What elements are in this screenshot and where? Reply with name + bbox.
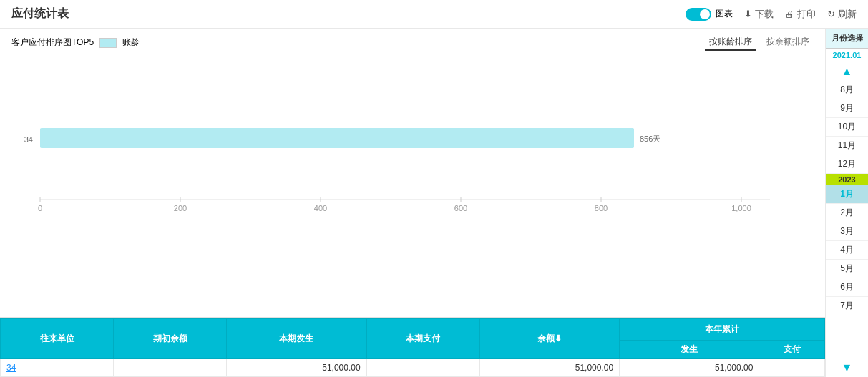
sidebar-month-list: 8月 9月 10月 11月 12月 2023 1月 2月 3月 4月 5月 6月… xyxy=(826,81,868,358)
chart-canvas: 34 856天 0 200 400 600 800 1,000 xyxy=(11,57,814,243)
sidebar-month-11[interactable]: 11月 xyxy=(826,137,868,155)
cell-current-occur: 51,000.00 xyxy=(227,359,366,377)
chart-toggle-container[interactable]: 图表 xyxy=(686,8,733,21)
svg-text:800: 800 xyxy=(595,204,608,212)
col-supplier-header: 往来单位 xyxy=(1,319,114,359)
sidebar-month-5[interactable]: 5月 xyxy=(826,260,868,278)
sidebar-month-4[interactable]: 4月 xyxy=(826,241,868,260)
page-title: 应付统计表 xyxy=(11,6,69,21)
chart-sort: 按账龄排序 按余额排序 xyxy=(705,34,814,51)
sidebar-month-3[interactable]: 3月 xyxy=(826,222,868,241)
sidebar-down-button[interactable]: ▼ xyxy=(826,358,868,377)
data-table: 往来单位 期初余额 本期发生 本期支付 余额⬇ 本年累计 发生 支付 xyxy=(0,318,825,377)
sidebar-month-1[interactable]: 1月 xyxy=(826,185,868,204)
table-row: 34 51,000.00 51,000.00 51,000.00 xyxy=(1,359,825,377)
cell-ytd-pay xyxy=(759,359,825,377)
col-balance-header: 余额⬇ xyxy=(479,319,619,359)
col-ytd-pay-header: 支付 xyxy=(759,341,825,359)
sidebar-month-12[interactable]: 12月 xyxy=(826,155,868,174)
chart-area: 34 856天 0 200 400 600 800 1,000 xyxy=(0,57,825,317)
svg-text:0: 0 xyxy=(38,204,42,212)
chart-bar xyxy=(40,128,634,148)
sidebar-month-6[interactable]: 6月 xyxy=(826,278,868,297)
sidebar-month-2[interactable]: 2月 xyxy=(826,204,868,222)
supplier-link[interactable]: 34 xyxy=(6,363,16,373)
download-icon: ⬇ xyxy=(744,9,752,19)
sidebar-year: 2021.01 xyxy=(826,49,868,62)
sidebar-month-8[interactable]: 8月 xyxy=(826,81,868,99)
col-ytd-occur-header: 发生 xyxy=(620,341,759,359)
print-icon: 🖨 xyxy=(785,9,794,19)
chart-toggle[interactable] xyxy=(686,8,711,21)
cell-ytd-occur: 51,000.00 xyxy=(620,359,759,377)
bar-chart-svg: 34 856天 0 200 400 600 800 1,000 xyxy=(11,57,814,228)
svg-text:600: 600 xyxy=(454,204,467,212)
sidebar-month-9[interactable]: 9月 xyxy=(826,99,868,118)
header-actions: 图表 ⬇ 下载 🖨 打印 ↻ 刷新 xyxy=(686,8,857,21)
svg-text:856天: 856天 xyxy=(640,134,660,143)
cell-balance: 51,000.00 xyxy=(479,359,619,377)
col-opening-header: 期初余额 xyxy=(114,319,227,359)
svg-text:400: 400 xyxy=(314,204,327,212)
legend-text: 客户应付排序图TOP5 xyxy=(11,36,94,49)
refresh-icon: ↻ xyxy=(827,9,835,19)
table-wrapper: 往来单位 期初余额 本期发生 本期支付 余额⬇ 本年累计 发生 支付 xyxy=(0,318,825,377)
legend-secondary: 账龄 xyxy=(122,36,140,49)
download-button[interactable]: ⬇ 下载 xyxy=(744,8,774,21)
refresh-button[interactable]: ↻ 刷新 xyxy=(827,8,857,21)
print-button[interactable]: 🖨 打印 xyxy=(785,8,816,21)
cell-supplier: 34 xyxy=(1,359,114,377)
chart-legend: 客户应付排序图TOP5 账龄 xyxy=(11,36,140,49)
svg-text:200: 200 xyxy=(174,204,187,212)
cell-opening xyxy=(114,359,227,377)
sort-by-amount-button[interactable]: 按余额排序 xyxy=(762,34,814,51)
legend-box xyxy=(99,38,117,48)
col-current-occur-header: 本期发生 xyxy=(227,319,366,359)
toggle-label: 图表 xyxy=(716,8,733,20)
col-current-pay-header: 本期支付 xyxy=(366,319,479,359)
svg-text:34: 34 xyxy=(24,135,33,144)
table-section: 往来单位 期初余额 本期发生 本期支付 余额⬇ 本年累计 发生 支付 xyxy=(0,317,825,377)
sidebar-month-10[interactable]: 10月 xyxy=(826,118,868,137)
svg-text:1,000: 1,000 xyxy=(731,204,751,212)
sidebar-header: 月份选择 xyxy=(826,29,868,49)
col-ytd-header: 本年累计 xyxy=(620,319,825,341)
chart-header: 客户应付排序图TOP5 账龄 按账龄排序 按余额排序 xyxy=(0,29,825,57)
cell-current-pay xyxy=(366,359,479,377)
sidebar-month-7[interactable]: 7月 xyxy=(826,297,868,315)
sidebar-up-button[interactable]: ▲ xyxy=(826,62,868,81)
sidebar-year-2023: 2023 xyxy=(826,174,868,185)
sort-by-balance-button[interactable]: 按账龄排序 xyxy=(705,34,756,51)
sidebar: 月份选择 2021.01 ▲ 8月 9月 10月 11月 12月 2023 1月… xyxy=(825,29,868,377)
